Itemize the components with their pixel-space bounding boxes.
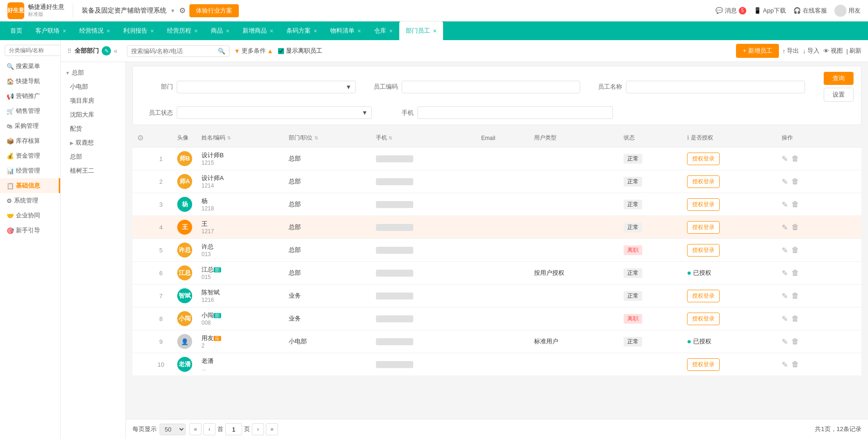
delete-button[interactable]: 🗑 (792, 337, 799, 346)
tab-barcode[interactable]: 条码方案 ✕ (280, 21, 324, 40)
auth-login-button[interactable]: 授权登录 (687, 153, 720, 165)
sidebar-item-system[interactable]: ⚙ 系统管理 (0, 193, 60, 208)
tree-item-hq2[interactable]: 总部 (61, 150, 125, 164)
sidebar-item-guide[interactable]: 🎯 新手引导 (0, 223, 60, 238)
tab-history-close[interactable]: ✕ (194, 28, 198, 34)
trial-button[interactable]: 体验行业方案 (189, 4, 239, 17)
delete-button[interactable]: 🗑 (792, 223, 799, 232)
edit-button[interactable]: ✎ (782, 314, 788, 323)
edit-button[interactable]: ✎ (782, 177, 788, 186)
tab-add-goods[interactable]: 新增商品 ✕ (236, 21, 280, 40)
tab-bom[interactable]: 物料清单 ✕ (324, 21, 368, 40)
auth-login-button[interactable]: 授权登录 (687, 313, 720, 325)
tree-item-shenyang[interactable]: 沈阳大库 (61, 108, 125, 122)
delete-button[interactable]: 🗑 (792, 360, 799, 369)
more-filter-button[interactable]: ▼ 更多条件 ▲ (234, 47, 273, 55)
auth-login-button[interactable]: 授权登录 (687, 221, 720, 234)
delete-button[interactable]: 🗑 (792, 314, 799, 323)
auth-login-button[interactable]: 授权登录 (687, 244, 720, 257)
col-phone[interactable]: 手机 ⇅ (371, 129, 477, 147)
add-employee-button[interactable]: + 新增员工 (736, 44, 778, 58)
edit-button[interactable]: ✎ (782, 200, 788, 209)
reset-button[interactable]: 设置 (824, 88, 854, 102)
tab-history[interactable]: 经营历程 ✕ (160, 21, 204, 40)
sidebar-item-collab[interactable]: 🤝 企业协同 (0, 208, 60, 223)
tab-customer-close[interactable]: ✕ (62, 28, 66, 34)
tab-profit[interactable]: 利润报告 ✕ (117, 21, 160, 40)
tree-item-small-elec[interactable]: 小电部 (61, 80, 125, 94)
tab-warehouse-close[interactable]: ✕ (389, 28, 393, 34)
auth-login-button[interactable]: 授权登录 (687, 290, 720, 302)
edit-button[interactable]: ✎ (782, 269, 788, 278)
search-input[interactable] (131, 48, 216, 55)
system-dropdown-arrow[interactable]: ▼ (170, 8, 175, 14)
auth-login-button[interactable]: 授权登录 (687, 358, 720, 371)
tab-goods-close[interactable]: ✕ (226, 28, 229, 34)
col-gear[interactable]: ⚙ (132, 129, 149, 147)
settings-icon[interactable]: ⚙ (179, 6, 186, 15)
prev-page-button[interactable]: ‹ (203, 423, 215, 435)
online-service-button[interactable]: 🎧 在线客服 (793, 7, 827, 15)
filter-emp-status-select[interactable]: ▼ (177, 106, 372, 119)
tab-barcode-close[interactable]: ✕ (313, 28, 317, 34)
delete-button[interactable]: 🗑 (792, 269, 799, 278)
dept-sort-icon[interactable]: ⇅ (314, 135, 318, 140)
tab-profit-close[interactable]: ✕ (150, 28, 154, 34)
dept-add-icon[interactable]: ✎ (102, 46, 111, 56)
show-resigned-checkbox[interactable] (278, 48, 284, 54)
name-sort-icon[interactable]: ⇅ (227, 135, 231, 140)
app-download-button[interactable]: 📱 App下载 (754, 7, 786, 15)
tree-item-plant-king[interactable]: 植树王二 (61, 164, 125, 178)
col-gear-icon[interactable]: ⚙ (137, 134, 144, 142)
search-icon[interactable]: 🔍 (218, 48, 225, 55)
import-button[interactable]: ↓ 导入 (803, 47, 819, 55)
edit-button[interactable]: ✎ (782, 223, 788, 232)
tab-warehouse[interactable]: 仓库 ✕ (368, 21, 399, 40)
delete-button[interactable]: 🗑 (792, 154, 799, 163)
delete-button[interactable]: 🗑 (792, 177, 799, 186)
tab-dept-staff[interactable]: 部门员工 ✕ (399, 21, 443, 40)
tab-operation[interactable]: 经营情况 ✕ (73, 21, 117, 40)
view-button[interactable]: 👁 视图 (823, 47, 843, 55)
message-button[interactable]: 💬 消息 5 (715, 7, 746, 15)
sidebar-search-input[interactable] (5, 45, 61, 56)
tree-item-project-storage[interactable]: 项目库房 (61, 94, 125, 108)
tree-item-delivery[interactable]: 配货 (61, 122, 125, 136)
collapse-left-icon[interactable]: « (114, 47, 118, 55)
tab-customer[interactable]: 客户联络 ✕ (29, 21, 73, 40)
tree-item-headquarters[interactable]: ▼ 总部 (61, 66, 125, 80)
edit-button[interactable]: ✎ (782, 154, 788, 163)
edit-button[interactable]: ✎ (782, 337, 788, 346)
sidebar-item-basic-info[interactable]: 📋 基础信息 (0, 178, 60, 193)
first-page-button[interactable]: « (189, 423, 201, 435)
print-button[interactable]: | 刷新 (847, 47, 861, 55)
sidebar-item-nav[interactable]: 🏠 快捷导航 (0, 74, 60, 89)
tab-dept-staff-close[interactable]: ✕ (433, 28, 437, 34)
sidebar-item-inventory[interactable]: 📦 库存核算 (0, 133, 60, 148)
delete-button[interactable]: 🗑 (792, 292, 799, 300)
sidebar-item-marketing[interactable]: 📢 营销推广 (0, 89, 60, 104)
tab-operation-close[interactable]: ✕ (106, 28, 110, 34)
filter-emp-code-input[interactable] (402, 81, 581, 93)
sidebar-item-operation-mgmt[interactable]: 📊 经营管理 (0, 163, 60, 178)
per-page-select[interactable]: 50 100 200 (160, 424, 186, 435)
tab-add-goods-close[interactable]: ✕ (270, 28, 273, 34)
show-resigned-checkbox-wrap[interactable]: 显示离职员工 (278, 47, 322, 55)
edit-button[interactable]: ✎ (782, 246, 788, 255)
tab-home[interactable]: 首页 (4, 21, 29, 40)
auth-login-button[interactable]: 授权登录 (687, 175, 720, 188)
sidebar-item-purchase[interactable]: 🛍 采购管理 (0, 118, 60, 133)
tab-bom-close[interactable]: ✕ (357, 28, 361, 34)
next-page-button[interactable]: › (252, 423, 264, 435)
phone-sort-icon[interactable]: ⇅ (389, 135, 392, 140)
auth-login-button[interactable]: 授权登录 (687, 198, 720, 211)
delete-button[interactable]: 🗑 (792, 246, 799, 255)
tree-item-shuanglu[interactable]: ▶ 双鹿想 (61, 136, 125, 150)
filter-emp-name-input[interactable] (626, 81, 805, 93)
sidebar-item-finance[interactable]: 💰 资金管理 (0, 148, 60, 163)
export-button[interactable]: ↑ 导出 (783, 47, 799, 55)
user-avatar-button[interactable]: 用友 (834, 5, 861, 17)
edit-button[interactable]: ✎ (782, 360, 788, 369)
col-name-code[interactable]: 姓名/编码 ⇅ (197, 129, 284, 147)
query-button[interactable]: 查询 (824, 72, 854, 85)
